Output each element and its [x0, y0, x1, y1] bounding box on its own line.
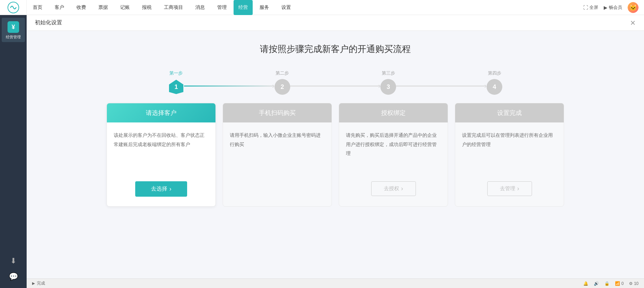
connector-2-3: › [290, 82, 381, 90]
nav-item-customer[interactable]: 客户 [48, 0, 70, 15]
logo [0, 0, 27, 15]
status-bar-right: 🔔 🔊 🔒 📶 0 ⚙ 10 [583, 281, 639, 286]
card-2-footer [223, 177, 332, 191]
fullscreen-btn[interactable]: ⛶ 全屏 [583, 4, 598, 11]
card-4-footer: 去管理 › [455, 177, 564, 206]
card-4-body: 设置完成后可以在管理列表进行所有企业用户的经营管理 [455, 122, 564, 177]
arrow-right-icon-3: › [401, 185, 403, 192]
step-2-label: 第二步 [276, 70, 289, 76]
step-3-label: 第三步 [382, 70, 395, 76]
signal-text: 📶 0 [615, 281, 624, 286]
page-title: 初始化设置 [35, 19, 62, 26]
fullscreen-icon: ⛶ [583, 5, 588, 10]
status-bar: ▶ 完成 🔔 🔊 🔒 📶 0 ⚙ 10 [27, 278, 644, 288]
nav-item-business[interactable]: 工商项目 [158, 0, 189, 15]
gear-icon: ⚙ 10 [629, 281, 639, 286]
step-3-circle: 3 [380, 79, 396, 95]
sidebar-bottom: ⬇ 💬 [9, 257, 18, 281]
card-3-body: 请先购买，购买后选择开通的产品中的企业用户进行授权绑定，成功后即可进行经营管理 [339, 122, 448, 177]
content-panel: 初始化设置 ✕ 请按照步骤完成新客户的开通购买流程 第一步 1 [27, 15, 644, 288]
nav-item-setting[interactable]: 设置 [275, 0, 297, 15]
lock-icon: 🔒 [604, 281, 610, 286]
svg-text:1: 1 [174, 83, 178, 90]
card-3: 授权绑定 请先购买，购买后选择开通的产品中的企业用户进行授权绑定，成功后即可进行… [339, 103, 448, 207]
sidebar-item-operation[interactable]: ¥ 经营管理 [2, 18, 25, 42]
go-select-button[interactable]: 去选择 › [135, 181, 187, 197]
nav-item-bill[interactable]: 票据 [92, 0, 114, 15]
close-btn[interactable]: ✕ [630, 19, 636, 26]
nav-item-account[interactable]: 记账 [114, 0, 136, 15]
go-authorize-button[interactable]: 去授权 › [371, 181, 416, 196]
card-4: 设置完成 设置完成后可以在管理列表进行所有企业用户的经营管理 去管理 › [455, 103, 564, 207]
nav-items: 首页 客户 收费 票据 记账 报税 工商项目 消息 管理 经营 服务 [27, 0, 583, 15]
card-2-body: 请用手机扫码，输入小微企业主账号密码进行购买 [223, 122, 332, 177]
member-btn[interactable]: ▶ 畅会员 [604, 4, 622, 11]
step-1: 第一步 1 [168, 70, 184, 95]
step-2-circle: 2 [275, 79, 290, 95]
card-3-footer: 去授权 › [339, 177, 448, 206]
arrow-right-icon-4: › [517, 185, 519, 192]
step-2: 第二步 2 [275, 70, 290, 95]
inner-content: 请按照步骤完成新客户的开通购买流程 第一步 1 › [27, 31, 644, 278]
top-nav: 首页 客户 收费 票据 记账 报税 工商项目 消息 管理 经营 服务 [0, 0, 644, 15]
go-manage-button[interactable]: 去管理 › [487, 181, 532, 196]
card-2-header: 手机扫码购买 [223, 103, 332, 122]
connector-1-2: › [184, 82, 275, 90]
step-3: 第三步 3 [380, 70, 396, 95]
main-heading: 请按照步骤完成新客户的开通购买流程 [47, 43, 624, 55]
card-1-body: 该处展示的客户为不在回收站、客户状态正常建账后完成老板端绑定的所有客户 [107, 122, 215, 177]
nav-right: ⛶ 全屏 ▶ 畅会员 🐱 [583, 2, 644, 13]
card-1-footer: 去选择 › [107, 177, 215, 206]
card-1: 请选择客户 该处展示的客户为不在回收站、客户状态正常建账后完成老板端绑定的所有客… [107, 103, 216, 207]
nav-item-tax[interactable]: 报税 [136, 0, 158, 15]
card-4-header: 设置完成 [455, 103, 564, 122]
cards-row: 请选择客户 该处展示的客户为不在回收站、客户状态正常建账后完成老板端绑定的所有客… [47, 103, 624, 207]
step-1-circle: 1 [168, 79, 184, 95]
status-text: 完成 [37, 280, 45, 286]
play-icon: ▶ [604, 5, 607, 10]
card-2: 手机扫码购买 请用手机扫码，输入小微企业主账号密码进行购买 [223, 103, 332, 207]
step-4-circle: 4 [487, 79, 502, 95]
arrow-right-icon: › [169, 185, 171, 193]
card-3-header: 授权绑定 [339, 103, 448, 122]
card-1-header: 请选择客户 [107, 103, 215, 122]
download-icon[interactable]: ⬇ [10, 257, 16, 265]
nav-item-home[interactable]: 首页 [27, 0, 48, 15]
nav-item-fee[interactable]: 收费 [70, 0, 92, 15]
shield-icon: 🔔 [583, 281, 588, 286]
avatar[interactable]: 🐱 [628, 2, 639, 13]
yuan-icon: ¥ [8, 21, 19, 33]
step-4-label: 第四步 [488, 70, 501, 76]
sidebar: ¥ 经营管理 ⬇ 💬 [0, 15, 27, 288]
chat-icon[interactable]: 💬 [9, 272, 18, 281]
step-1-label: 第一步 [169, 70, 183, 76]
nav-item-message[interactable]: 消息 [189, 0, 211, 15]
main-layout: ¥ 经营管理 ⬇ 💬 初始化设置 ✕ 请按照步骤完成新客户的开通购买流程 第一步 [0, 15, 644, 288]
connector-3-4: › [396, 82, 487, 90]
step-4: 第四步 4 [487, 70, 502, 95]
play-status-icon: ▶ [32, 281, 35, 286]
nav-item-service[interactable]: 服务 [253, 0, 275, 15]
sound-icon: 🔊 [594, 281, 599, 286]
nav-item-manage[interactable]: 管理 [211, 0, 233, 15]
page-header: 初始化设置 ✕ [27, 15, 644, 31]
steps-row: 第一步 1 › 第二步 2 [47, 70, 624, 95]
nav-item-operation[interactable]: 经营 [234, 0, 253, 15]
